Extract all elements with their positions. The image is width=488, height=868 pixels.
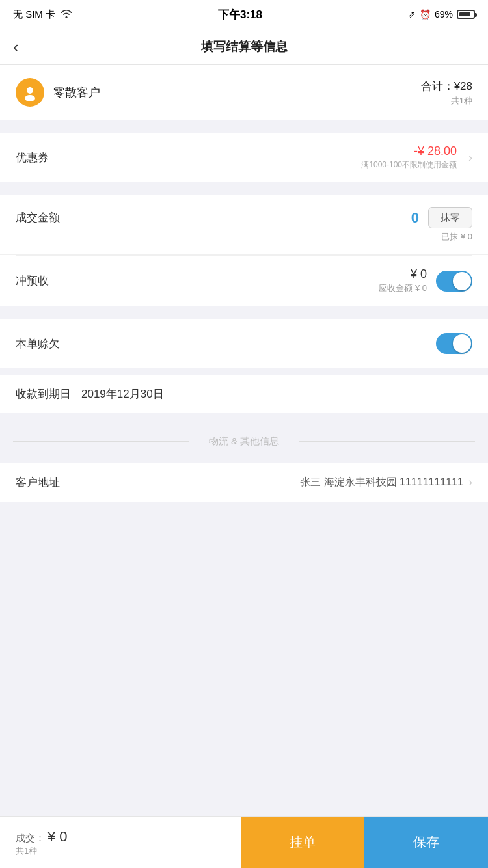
bottom-amount: ¥ 0 — [47, 828, 68, 845]
address-chevron-icon: › — [468, 476, 472, 489]
status-left: 无 SIM 卡 — [13, 8, 72, 21]
due-date-label: 收款到期日 — [16, 387, 71, 401]
summary-total: 合计：¥28 — [421, 79, 472, 94]
prepay-toggle[interactable] — [436, 271, 472, 292]
status-time: 下午3:18 — [218, 7, 262, 22]
divider-5 — [0, 457, 488, 463]
amount-right: 0 抹零 — [411, 207, 472, 228]
bottom-bar: 成交： ¥ 0 共1种 挂单 保存 — [0, 816, 488, 868]
divider-2 — [0, 189, 488, 195]
customer-name: 零散客户 — [53, 85, 100, 100]
bottom-count: 共1种 — [16, 845, 225, 857]
coupon-label: 优惠券 — [16, 150, 49, 165]
coupon-chevron-icon: › — [468, 151, 472, 165]
due-date-section: 收款到期日 2019年12月30日 — [0, 375, 488, 413]
customer-summary: 合计：¥28 共1种 — [421, 79, 472, 107]
amount-sub: 已抹 ¥ 0 — [16, 231, 472, 243]
separator-text: 物流 & 其他信息 — [202, 435, 286, 448]
amount-row: 成交金额 0 抹零 已抹 ¥ 0 — [0, 195, 488, 255]
address-section[interactable]: 客户地址 张三 海淀永丰科技园 11111111111 › — [0, 463, 488, 502]
prepay-top: 冲预收 ¥ 0 应收金额 ¥ 0 — [16, 267, 472, 294]
coupon-amount: -¥ 28.00 — [361, 144, 457, 158]
arrears-section: 本单赊欠 — [0, 319, 488, 368]
divider-6 — [0, 502, 488, 632]
coupon-section[interactable]: 优惠券 -¥ 28.00 满1000-100不限制使用金额 › — [0, 133, 488, 182]
amount-section: 成交金额 0 抹零 已抹 ¥ 0 冲预收 ¥ 0 应收金额 ¥ 0 — [0, 195, 488, 306]
main-content: 零散客户 合计：¥28 共1种 优惠券 -¥ 28.00 满1000-100不限… — [0, 65, 488, 684]
bottom-label: 成交： — [16, 832, 45, 845]
coupon-row[interactable]: 优惠券 -¥ 28.00 满1000-100不限制使用金额 › — [0, 133, 488, 182]
round-button[interactable]: 抹零 — [428, 207, 472, 228]
prepay-right: ¥ 0 应收金额 ¥ 0 — [379, 267, 472, 294]
arrears-label: 本单赊欠 — [16, 336, 60, 351]
prepay-sub: 应收金额 ¥ 0 — [379, 282, 427, 294]
customer-row: 零散客户 合计：¥28 共1种 — [0, 65, 488, 120]
address-value: 张三 海淀永丰科技园 11111111111 — [73, 476, 463, 489]
summary-count: 共1种 — [421, 95, 472, 107]
coupon-right: -¥ 28.00 满1000-100不限制使用金额 › — [361, 144, 472, 170]
bottom-info: 成交： ¥ 0 共1种 — [0, 817, 241, 868]
amount-label: 成交金额 — [16, 210, 60, 225]
battery-icon — [457, 10, 475, 19]
back-button[interactable]: ‹ — [13, 38, 19, 55]
coupon-info: -¥ 28.00 满1000-100不限制使用金额 — [361, 144, 457, 170]
due-date-value: 2019年12月30日 — [81, 387, 164, 401]
amount-value: 0 — [411, 210, 419, 226]
address-label: 客户地址 — [16, 475, 60, 490]
alarm-icon: ⏰ — [420, 9, 431, 20]
svg-point-1 — [25, 95, 35, 101]
save-button[interactable]: 保存 — [364, 817, 488, 868]
sep-line-right — [299, 441, 475, 442]
status-bar: 无 SIM 卡 下午3:18 ⇗ ⏰ 69% — [0, 0, 488, 29]
prepay-amount-info: ¥ 0 应收金额 ¥ 0 — [379, 267, 427, 294]
divider-4 — [0, 420, 488, 426]
customer-left: 零散客户 — [16, 78, 100, 107]
customer-section: 零散客户 合计：¥28 共1种 — [0, 65, 488, 120]
battery-percent: 69% — [435, 9, 453, 20]
svg-point-0 — [27, 87, 33, 94]
coupon-desc: 满1000-100不限制使用金额 — [361, 159, 457, 170]
wifi-icon — [61, 9, 72, 20]
arrears-toggle[interactable] — [436, 333, 472, 354]
nav-bar: ‹ 填写结算等信息 — [0, 29, 488, 65]
page-title: 填写结算等信息 — [201, 38, 288, 55]
toggle-thumb — [453, 272, 471, 290]
avatar — [16, 78, 44, 107]
prepay-label: 冲预收 — [16, 273, 49, 288]
amount-top: 成交金额 0 抹零 — [16, 207, 472, 228]
no-sim-text: 无 SIM 卡 — [13, 8, 55, 21]
arrears-toggle-thumb — [453, 334, 471, 353]
due-date-row: 收款到期日 2019年12月30日 — [16, 387, 472, 401]
prepay-row: 冲预收 ¥ 0 应收金额 ¥ 0 — [0, 256, 488, 306]
divider-3 — [0, 312, 488, 319]
hang-button[interactable]: 挂单 — [241, 817, 364, 868]
section-separator: 物流 & 其他信息 — [0, 426, 488, 457]
divider-1 — [0, 126, 488, 133]
sep-line-left — [13, 441, 189, 442]
status-right: ⇗ ⏰ 69% — [408, 9, 475, 20]
prepay-amount: ¥ 0 — [379, 267, 427, 281]
bottom-amount-row: 成交： ¥ 0 — [16, 828, 225, 845]
arrears-row: 本单赊欠 — [16, 333, 472, 354]
location-icon: ⇗ — [408, 9, 416, 20]
